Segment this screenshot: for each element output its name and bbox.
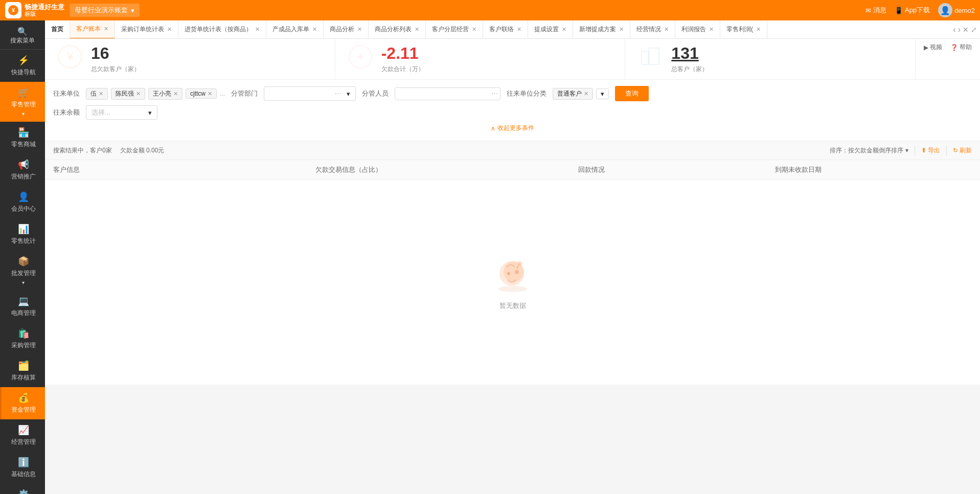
tab-close-retail-profit[interactable]: ✕ (756, 26, 761, 33)
top-bar-right: ✉ 消息 📱 App下载 👤 demo2 (865, 3, 975, 17)
message-btn[interactable]: ✉ 消息 (865, 6, 886, 15)
dept-filter-label: 分管部门 (231, 89, 258, 98)
tab-customer-capital[interactable]: 客户账本 ✕ (70, 20, 115, 39)
account-dropdown[interactable]: 母婴行业演示账套 ▾ (70, 4, 140, 17)
filter-tag-wu: 伍 ✕ (86, 88, 108, 100)
tab-close-customer-capital[interactable]: ✕ (104, 26, 108, 32)
top-bar: ¥ 畅捷通好生意 标版 母婴行业演示账套 ▾ ✉ 消息 📱 App下载 (0, 0, 980, 20)
sidebar-item-inventory[interactable]: 🗂️ 库存核算 (0, 355, 45, 387)
tab-prev-icon[interactable]: ‹ (953, 25, 955, 34)
tab-purchase-order[interactable]: 采购订单统计表 ✕ (115, 20, 178, 39)
tag-close-chen[interactable]: ✕ (136, 91, 141, 97)
sidebar-item-fast-nav[interactable]: ⚡ 快捷导航 (0, 50, 45, 82)
tab-profit-report[interactable]: 利润报告 ✕ (675, 20, 720, 39)
filter-tags-unit: 伍 ✕ 陈民强 ✕ 王小亮 ✕ (86, 88, 225, 100)
filter-more-btn[interactable]: ... (220, 90, 225, 97)
sidebar-item-retail-stats[interactable]: 📊 零售统计 (0, 218, 45, 251)
total-clients-value: 131 (671, 44, 708, 62)
sidebar-search[interactable]: 🔍 搜索菜单 (0, 20, 45, 50)
person-input[interactable] (395, 88, 489, 100)
tab-close-customer-layer[interactable]: ✕ (472, 26, 476, 33)
retail-stats-label: 零售统计 (11, 237, 36, 245)
sidebar-item-member[interactable]: 👤 会员中心 (0, 186, 45, 218)
basic-info-label: 基础信息 (11, 470, 36, 479)
filter-area: 往来单位 伍 ✕ 陈民强 ✕ 王小亮 (45, 80, 980, 141)
app-download-btn[interactable]: 📱 App下载 (895, 6, 930, 15)
app-wrapper: ¥ 畅捷通好生意 标版 母婴行业演示账套 ▾ ✉ 消息 📱 App下载 (0, 0, 980, 494)
tag-close-wang[interactable]: ✕ (173, 91, 178, 97)
content-area: 首页 客户账本 ✕ 采购订单统计表 ✕ 进货单统计表（按商品） ✕ 产成品入库单… (45, 20, 980, 494)
sidebar-item-system[interactable]: ⚙️ 系统管理 (0, 484, 45, 494)
retail-stats-icon: 📊 (18, 223, 29, 235)
person-dots[interactable]: ··· (489, 89, 500, 98)
video-btn[interactable]: ▶ 视频 (924, 43, 942, 52)
sidebar-item-wholesale[interactable]: 📦 批发管理 ▾ (0, 251, 45, 290)
tab-close-purchase-order[interactable]: ✕ (167, 26, 172, 33)
tab-close-business[interactable]: ✕ (664, 26, 669, 33)
finance-label: 资金管理 (11, 406, 36, 414)
dropdown-arrow-icon: ▾ (131, 7, 134, 14)
wholesale-icon: 📦 (18, 256, 29, 267)
tab-close-product-list[interactable]: ✕ (415, 26, 419, 33)
tab-close-profit[interactable]: ✕ (709, 26, 714, 33)
dept-filter-dots[interactable]: ··· (333, 89, 344, 98)
tab-customer-layer[interactable]: 客户分层经营 ✕ (426, 20, 483, 39)
query-button[interactable]: 查询 (615, 86, 649, 101)
tab-customer-connect[interactable]: 客户联络 ✕ (483, 20, 528, 39)
tab-new-promotion[interactable]: 新增提成方案 ✕ (573, 20, 630, 39)
sidebar-item-retail-mgmt[interactable]: 🛒 零售管理 ▾ (0, 82, 45, 122)
tab-business-status[interactable]: 经营情况 ✕ (630, 20, 675, 39)
svg-point-14 (518, 261, 522, 265)
tab-bar: 首页 客户账本 ✕ 采购订单统计表 ✕ 进货单统计表（按商品） ✕ 产成品入库单… (45, 20, 980, 39)
unit-cat-dropdown[interactable]: ▾ (596, 88, 609, 99)
member-label: 会员中心 (11, 205, 36, 213)
tab-retail-profit[interactable]: 零售利润( ✕ (720, 20, 767, 39)
filter-row-1: 往来单位 伍 ✕ 陈民强 ✕ 王小亮 (53, 86, 972, 101)
help-btn[interactable]: ❓ 帮助 (950, 43, 972, 52)
tag-close-normal[interactable]: ✕ (584, 91, 588, 97)
tab-product-analysis[interactable]: 商品分析 ✕ (324, 20, 369, 39)
tab-import-stats[interactable]: 进货单统计表（按商品） ✕ (178, 20, 266, 39)
wholesale-label: 批发管理 (11, 269, 36, 278)
person-filter-input[interactable]: ··· (395, 87, 500, 100)
sidebar-item-ecommerce[interactable]: 💻 电商管理 (0, 290, 45, 323)
tab-product-analysis-list[interactable]: 商品分析列表 ✕ (369, 20, 426, 39)
tab-close-production[interactable]: ✕ (312, 26, 317, 33)
sidebar-item-basic-info[interactable]: ℹ️ 基础信息 (0, 452, 45, 484)
collapse-btn[interactable]: ∧ 收起更多条件 (53, 124, 972, 132)
tab-home[interactable]: 首页 (45, 20, 70, 39)
total-customers-label: 总欠款客户（家） (91, 65, 140, 74)
dept-filter-select[interactable]: ··· ▾ (264, 86, 356, 101)
sort-arrow-icon: ▾ (905, 147, 908, 154)
tab-close-promotion[interactable]: ✕ (562, 26, 566, 33)
tab-close-all-icon[interactable]: ✕ (963, 26, 969, 34)
retail-mgmt-icon: 🛒 (18, 87, 29, 98)
tab-close-customer-connect[interactable]: ✕ (517, 26, 521, 33)
tab-promotion-settings[interactable]: 提成设置 ✕ (528, 20, 573, 39)
tab-expand-icon[interactable]: ⤢ (971, 26, 977, 34)
tab-close-new-promotion[interactable]: ✕ (619, 26, 624, 33)
tab-close-product[interactable]: ✕ (357, 26, 362, 33)
refresh-button[interactable]: ↻ 刷新 (953, 146, 972, 155)
sidebar-item-finance[interactable]: 💰 资金管理 (0, 387, 45, 419)
user-avatar-btn[interactable]: 👤 demo2 (938, 3, 975, 17)
tag-close-wu[interactable]: ✕ (99, 91, 103, 97)
col-header-debt-info: 欠款交易信息（占比） (315, 165, 578, 174)
stat-block-debt: ✦ -2.11 欠款合计（万） (335, 39, 626, 79)
sidebar-item-operations[interactable]: 📈 经营管理 (0, 419, 45, 452)
export-button[interactable]: ⬆ 导出 (921, 146, 940, 155)
sort-button[interactable]: 排序：按欠款金额倒序排序 ▾ (830, 146, 908, 155)
svg-point-11 (507, 272, 510, 275)
filter-row-2: 往来余额 选择... ▾ (53, 105, 972, 120)
collapse-up-icon: ∧ (491, 125, 495, 132)
svg-point-12 (515, 270, 519, 274)
sidebar-item-marketing[interactable]: 📢 营销推广 (0, 154, 45, 186)
tab-close-import-stats[interactable]: ✕ (255, 26, 260, 33)
tab-next-icon[interactable]: › (958, 25, 961, 34)
sidebar-item-retail-mall[interactable]: 🏪 零售商城 (0, 122, 45, 154)
balance-select[interactable]: 选择... ▾ (86, 105, 157, 120)
tab-production-entry[interactable]: 产成品入库单 ✕ (266, 20, 324, 39)
filter-tag-chen: 陈民强 ✕ (111, 88, 145, 100)
sidebar-item-purchase[interactable]: 🛍️ 采购管理 (0, 323, 45, 355)
tag-close-cjttcw[interactable]: ✕ (208, 91, 212, 97)
